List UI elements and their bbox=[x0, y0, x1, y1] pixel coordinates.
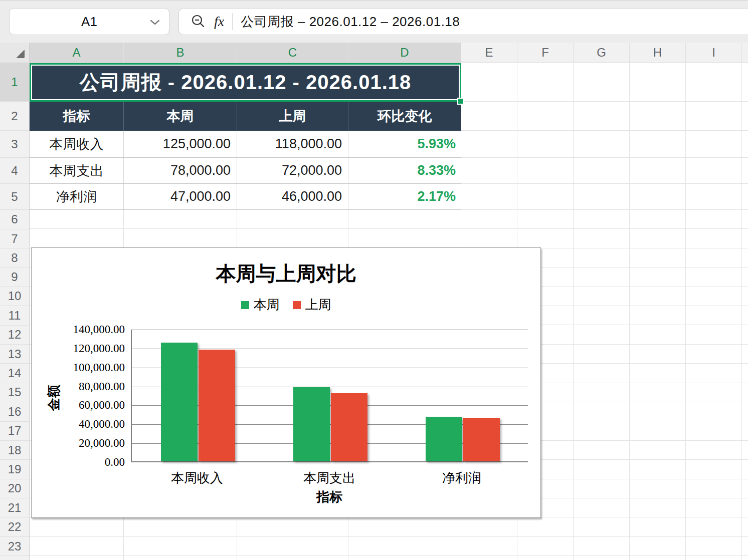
row-header-9[interactable]: 9 bbox=[0, 267, 29, 287]
row-header-11[interactable]: 11 bbox=[0, 306, 29, 325]
table-cell[interactable]: 125,000.00 bbox=[124, 131, 237, 157]
table-header-cell[interactable]: 上周 bbox=[237, 102, 348, 131]
table-row: 净利润47,000.0046,000.002.17% bbox=[30, 184, 461, 210]
row-header-14[interactable]: 14 bbox=[0, 364, 29, 383]
divider bbox=[232, 13, 233, 30]
row-header-2[interactable]: 2 bbox=[0, 102, 29, 131]
column-header-H[interactable]: H bbox=[630, 43, 686, 63]
toolbar: A1 fx 公司周报 – 2026.01.12 – 2026.01.18 bbox=[0, 0, 748, 43]
row-header-18[interactable]: 18 bbox=[0, 441, 29, 460]
cell-reference: A1 bbox=[81, 14, 97, 30]
grid-vline bbox=[629, 63, 630, 560]
row-header-1[interactable]: 1 bbox=[0, 63, 29, 102]
y-tick-label: 120,000.00 bbox=[65, 342, 125, 355]
zoom-search-icon[interactable] bbox=[191, 14, 206, 29]
legend-label: 本周 bbox=[254, 296, 280, 314]
y-tick-label: 80,000.00 bbox=[65, 380, 125, 393]
column-header-D[interactable]: D bbox=[348, 43, 461, 63]
grid-vline bbox=[573, 63, 574, 560]
row-header-22[interactable]: 22 bbox=[0, 517, 29, 536]
bar-chart-object[interactable]: 本周与上周对比 本周上周 140,000.00120,000.00100,000… bbox=[31, 247, 541, 518]
y-tick-label: 100,000.00 bbox=[65, 361, 125, 374]
table-cell[interactable]: 净利润 bbox=[30, 184, 124, 209]
y-tick-label: 140,000.00 bbox=[65, 323, 125, 336]
column-header-F[interactable]: F bbox=[517, 43, 574, 63]
x-category-label: 净利润 bbox=[442, 469, 481, 487]
chart-title: 本周与上周对比 bbox=[32, 260, 540, 288]
row-header-13[interactable]: 13 bbox=[0, 345, 29, 364]
row-header-19[interactable]: 19 bbox=[0, 460, 29, 479]
column-headers: ABCDEFGHI bbox=[30, 43, 748, 63]
grid-vline bbox=[685, 63, 686, 560]
y-tick-label: 40,000.00 bbox=[65, 418, 125, 431]
table-cell[interactable]: 本周收入 bbox=[30, 131, 124, 157]
x-category-label: 本周支出 bbox=[303, 469, 355, 487]
table-header-cell[interactable]: 环比变化 bbox=[348, 102, 461, 131]
chevron-down-icon[interactable] bbox=[150, 20, 160, 25]
row-header-21[interactable]: 21 bbox=[0, 498, 29, 517]
grid-vline bbox=[741, 63, 742, 560]
row-header-24[interactable]: 24 bbox=[0, 556, 29, 560]
bar-本周-本周收入 bbox=[161, 343, 198, 461]
fx-icon[interactable]: fx bbox=[214, 14, 224, 30]
chart-legend: 本周上周 bbox=[32, 296, 540, 314]
bar-上周-本周支出 bbox=[331, 393, 367, 461]
cell-name-box[interactable]: A1 bbox=[9, 8, 169, 35]
column-header-A[interactable]: A bbox=[30, 43, 124, 63]
formula-bar[interactable]: fx 公司周报 – 2026.01.12 – 2026.01.18 bbox=[178, 8, 748, 35]
bar-上周-本周收入 bbox=[199, 350, 235, 461]
row-header-4[interactable]: 4 bbox=[0, 158, 29, 184]
table-row: 本周收入125,000.00118,000.005.93% bbox=[30, 131, 461, 158]
column-header-C[interactable]: C bbox=[237, 43, 348, 63]
row-header-8[interactable]: 8 bbox=[0, 248, 29, 267]
spreadsheet-app: A1 fx 公司周报 – 2026.01.12 – 2026.01.18 ABC… bbox=[0, 0, 748, 560]
legend-swatch-icon bbox=[241, 301, 249, 309]
table-cell[interactable]: 5.93% bbox=[348, 131, 461, 157]
row-header-12[interactable]: 12 bbox=[0, 326, 29, 345]
table-cell[interactable]: 本周支出 bbox=[30, 158, 124, 183]
y-tick-label: 0.00 bbox=[65, 456, 125, 469]
table-header-cell[interactable]: 本周 bbox=[124, 102, 237, 131]
select-all-triangle-icon bbox=[16, 50, 25, 58]
table-cell[interactable]: 46,000.00 bbox=[237, 184, 348, 209]
formula-content[interactable]: 公司周报 – 2026.01.12 – 2026.01.18 bbox=[241, 13, 460, 31]
column-header-G[interactable]: G bbox=[574, 43, 630, 63]
row-header-16[interactable]: 16 bbox=[0, 402, 29, 421]
table-cell[interactable]: 47,000.00 bbox=[124, 184, 237, 209]
row-headers: 123456789101112131415161718192021222324 bbox=[0, 63, 30, 560]
table-header-row: 指标本周上周环比变化 bbox=[30, 102, 461, 131]
table-cell[interactable]: 8.33% bbox=[348, 158, 461, 183]
selected-title-cell[interactable]: 公司周报 - 2026.01.12 - 2026.01.18 bbox=[30, 63, 461, 102]
table-row: 本周支出78,000.0072,000.008.33% bbox=[30, 158, 461, 184]
row-header-5[interactable]: 5 bbox=[0, 184, 29, 210]
table-cell[interactable]: 118,000.00 bbox=[237, 131, 348, 157]
selection-fill-handle[interactable] bbox=[457, 98, 464, 105]
legend-item-上周: 上周 bbox=[293, 296, 331, 314]
legend-label: 上周 bbox=[305, 296, 331, 314]
bar-本周-本周支出 bbox=[293, 387, 330, 461]
select-all-corner[interactable] bbox=[0, 43, 30, 63]
row-header-20[interactable]: 20 bbox=[0, 479, 29, 498]
column-header-E[interactable]: E bbox=[461, 43, 517, 63]
column-header-I[interactable]: I bbox=[686, 43, 742, 63]
row-header-6[interactable]: 6 bbox=[0, 210, 29, 229]
row-header-7[interactable]: 7 bbox=[0, 229, 29, 248]
row-header-10[interactable]: 10 bbox=[0, 287, 29, 306]
y-axis-title: 金额 bbox=[45, 385, 63, 411]
y-tick-label: 20,000.00 bbox=[65, 437, 125, 450]
row-header-17[interactable]: 17 bbox=[0, 422, 29, 441]
chart-plot-area bbox=[131, 330, 528, 462]
table-cell[interactable]: 2.17% bbox=[348, 184, 461, 209]
table-cell[interactable]: 72,000.00 bbox=[237, 158, 348, 183]
legend-item-本周: 本周 bbox=[241, 296, 280, 314]
x-category-label: 本周收入 bbox=[171, 469, 223, 487]
bar-上周-净利润 bbox=[463, 418, 500, 461]
row-header-23[interactable]: 23 bbox=[0, 537, 29, 556]
y-tick-label: 60,000.00 bbox=[65, 399, 125, 412]
row-header-15[interactable]: 15 bbox=[0, 383, 29, 402]
table-header-cell[interactable]: 指标 bbox=[30, 102, 124, 131]
table-cell[interactable]: 78,000.00 bbox=[124, 158, 237, 183]
row-header-3[interactable]: 3 bbox=[0, 131, 29, 158]
x-axis-title: 指标 bbox=[316, 488, 342, 506]
column-header-B[interactable]: B bbox=[124, 43, 237, 63]
